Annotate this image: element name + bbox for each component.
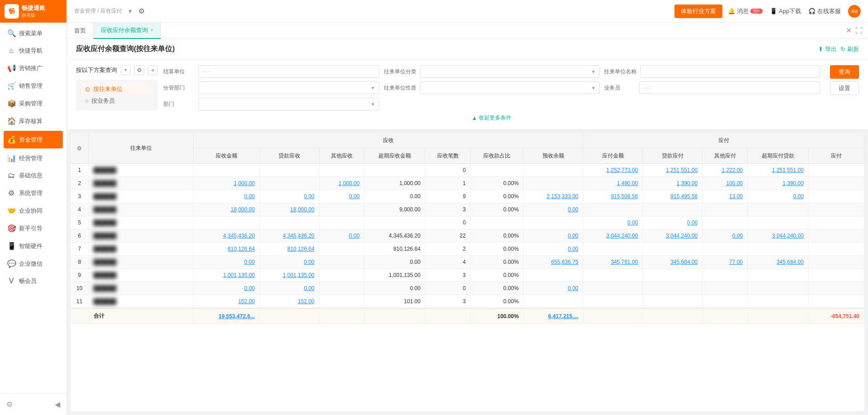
bell-icon: 🔔 bbox=[728, 8, 735, 14]
filter-settings-icon[interactable]: ⚙ bbox=[134, 65, 144, 75]
topbar: 资金管理 / 应收应付 ▼ ⚙ 体验行业方案 🔔 消息 99+ 📱 App下载 … bbox=[67, 0, 868, 23]
export-button[interactable]: ⬆ 导出 bbox=[818, 45, 837, 53]
sidebar-item-sales[interactable]: 🛒 销售管理 bbox=[0, 77, 66, 95]
partner-name-label: 往来单位名称 bbox=[604, 68, 637, 76]
sidebar-item-hardware[interactable]: 📱 智能硬件 bbox=[0, 237, 66, 255]
th-loan-payable: 贷款应付 bbox=[643, 148, 703, 164]
filter-area: 按以下方案查询 + ⚙ « ⊙ 按往来单位 ○ 按业务员 bbox=[67, 60, 868, 129]
marketing-icon: 📢 bbox=[7, 64, 15, 72]
tab-home[interactable]: 首页 bbox=[67, 23, 94, 39]
settings-button[interactable]: 设置 bbox=[830, 81, 859, 95]
topbar-icons: 🔔 消息 99+ 📱 App下载 🎧 在线客服 Rit bbox=[728, 5, 861, 18]
partner-name-input[interactable] bbox=[640, 65, 820, 78]
th-partner: 往来单位 bbox=[89, 133, 193, 164]
logo-icon: 畅 bbox=[5, 4, 19, 19]
footer-receivable-ratio: 100.00% bbox=[471, 308, 524, 324]
sidebar-item-guide[interactable]: 🎯 新手引导 bbox=[0, 219, 66, 237]
user-name: Rit bbox=[851, 9, 857, 14]
table-settings-icon[interactable]: ⚙ bbox=[77, 145, 82, 152]
sidebar-item-inventory[interactable]: 🏠 库存核算 bbox=[0, 112, 66, 130]
table-row: 4██████18,000.0018,000.009,000.0030.00%0… bbox=[71, 203, 864, 216]
filter-field-partner-name: 往来单位名称 bbox=[604, 65, 820, 78]
sub-department-input[interactable]: ▼ bbox=[198, 98, 379, 110]
export-icon: ⬆ bbox=[818, 46, 823, 52]
table-row: 5██████00.000.00 bbox=[71, 216, 864, 229]
refresh-label: 刷新 bbox=[847, 45, 859, 53]
sidebar-menu: 🔍 搜索菜单 ⌂ 快捷导航 📢 营销推广 🛒 销售管理 📦 采购管理 🏠 库存核… bbox=[0, 23, 66, 393]
logo-subtitle: 标准版 bbox=[22, 12, 45, 19]
table-row: 7██████810,126.64810,126.64810,126.6420.… bbox=[71, 243, 864, 256]
th-payable-amount: 应付金额 bbox=[583, 148, 643, 164]
partner-category-input[interactable]: ▼ bbox=[420, 65, 600, 78]
solution-button[interactable]: 体验行业方案 bbox=[675, 5, 722, 18]
scheme-by-salesperson[interactable]: ○ 按业务员 bbox=[81, 95, 152, 107]
th-other-receivable: 其他应收 bbox=[319, 148, 364, 164]
system-icon: ⚙ bbox=[7, 189, 15, 197]
sidebar-item-system[interactable]: ⚙ 系统管理 bbox=[0, 184, 66, 202]
th-payable-group: 应付 bbox=[583, 133, 864, 148]
filter-label: 按以下方案查询 bbox=[76, 66, 117, 74]
sidebar-item-operations[interactable]: 📊 经营管理 bbox=[0, 149, 66, 167]
page-content: 应收应付余额查询(按往来单位) ⬆ 导出 ↻ 刷新 按以下方案查询 bbox=[67, 39, 868, 415]
wechat-icon: 💬 bbox=[7, 259, 15, 268]
user-avatar[interactable]: Rit bbox=[848, 5, 861, 18]
sidebar-item-shortcut[interactable]: ⌂ 快捷导航 bbox=[0, 42, 66, 59]
th-overdue-receivable: 超期应收金额 bbox=[364, 148, 425, 164]
partner-nature-input[interactable]: ▼ bbox=[420, 81, 600, 94]
sidebar-item-cooperation[interactable]: 🤝 企业协同 bbox=[0, 202, 66, 219]
sidebar-collapse-icon[interactable]: ◀ bbox=[53, 398, 62, 410]
sidebar-item-base[interactable]: 🗂 基础信息 bbox=[0, 167, 66, 184]
messages-badge: 99+ bbox=[750, 9, 763, 14]
filter-add-icon[interactable]: + bbox=[121, 65, 131, 75]
tab-close-icon[interactable]: × bbox=[151, 28, 153, 33]
settlement-label: 结算单位 bbox=[163, 68, 195, 76]
sidebar-item-search[interactable]: 🔍 搜索菜单 bbox=[0, 24, 66, 42]
sidebar-label-inventory: 库存核算 bbox=[19, 117, 42, 125]
settlement-input[interactable]: ··· bbox=[198, 65, 379, 78]
messages-button[interactable]: 🔔 消息 99+ bbox=[728, 7, 763, 15]
sidebar-label-operations: 经营管理 bbox=[19, 154, 42, 162]
sales-icon: 🛒 bbox=[7, 81, 15, 90]
sidebar-item-wechat[interactable]: 💬 企业微信 bbox=[0, 255, 66, 272]
collapse-text: 收起更多条件 bbox=[479, 114, 511, 122]
refresh-button[interactable]: ↻ 刷新 bbox=[840, 45, 859, 53]
filter-field-partner-nature: 往来单位性质 ▼ bbox=[384, 81, 600, 94]
query-button[interactable]: 查询 bbox=[830, 65, 859, 79]
filter-row3: 部门 ▼ bbox=[163, 98, 820, 110]
filter-scheme-panel: 按以下方案查询 + ⚙ « ⊙ 按往来单位 ○ 按业务员 bbox=[76, 65, 158, 114]
scheme-by-partner[interactable]: ⊙ 按往来单位 bbox=[81, 83, 152, 95]
filter-collapse-button[interactable]: ▲ 收起更多条件 bbox=[472, 114, 512, 122]
refresh-icon: ↻ bbox=[840, 46, 845, 52]
filter-field-partner-category: 往来单位分类 ▼ bbox=[384, 65, 600, 78]
filter-actions: 查询 设置 bbox=[830, 65, 859, 95]
th-receivable-ratio: 应收款占比 bbox=[471, 148, 524, 164]
th-prepaid-balance: 预收余额 bbox=[524, 148, 583, 164]
page-header: 应收应付余额查询(按往来单位) ⬆ 导出 ↻ 刷新 bbox=[67, 39, 868, 60]
sidebar-item-purchase[interactable]: 📦 采购管理 bbox=[0, 95, 66, 112]
breadcrumb-dropdown-icon[interactable]: ▼ bbox=[127, 8, 133, 14]
service-button[interactable]: 🎧 在线客服 bbox=[808, 7, 841, 15]
table-row: 11██████152.00152.00101.0030.00% bbox=[71, 295, 864, 309]
salesperson-input[interactable]: ··· bbox=[639, 81, 820, 94]
sidebar-label-base: 基础信息 bbox=[19, 172, 42, 180]
app-download-button[interactable]: 📱 App下载 bbox=[770, 7, 801, 15]
sidebar-item-marketing[interactable]: 📢 营销推广 bbox=[0, 59, 66, 77]
department-input[interactable]: ▼ bbox=[198, 81, 379, 94]
scheme-salesperson-icon: ○ bbox=[85, 97, 89, 105]
filter-collapse-icon[interactable]: « bbox=[148, 65, 158, 75]
scheme-partner-icon: ⊙ bbox=[85, 86, 90, 93]
sidebar-item-finance[interactable]: 💰 资金管理 bbox=[4, 131, 63, 148]
tab-maximize-icon[interactable]: ⛶ bbox=[855, 27, 863, 35]
sidebar-settings-icon[interactable]: ⚙ bbox=[5, 398, 14, 410]
finance-icon: 💰 bbox=[7, 135, 15, 144]
sidebar-item-member[interactable]: V 畅会员 bbox=[0, 272, 66, 290]
tab-receivable[interactable]: 应收应付余额查询 × bbox=[94, 23, 161, 39]
inventory-icon: 🏠 bbox=[7, 117, 15, 125]
topbar-settings-icon[interactable]: ⚙ bbox=[138, 7, 145, 15]
th-settings[interactable]: ⚙ bbox=[71, 133, 89, 164]
purchase-icon: 📦 bbox=[7, 99, 15, 108]
collapse-chevron-icon: ▲ bbox=[472, 115, 477, 121]
table-row: 1██████01,252,773.001,251,551.001,222.00… bbox=[71, 164, 864, 177]
tab-close-window-icon[interactable]: ✕ bbox=[846, 26, 852, 35]
sidebar-label-finance: 资金管理 bbox=[19, 136, 42, 144]
